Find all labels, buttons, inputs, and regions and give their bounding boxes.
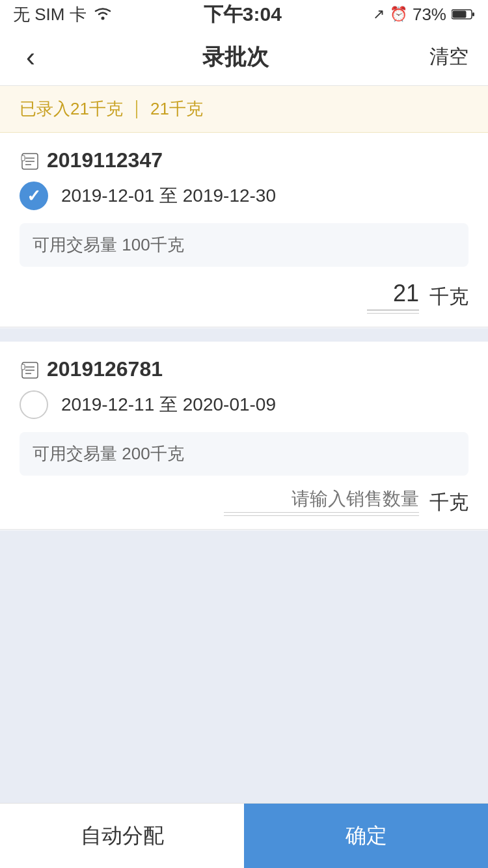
location-icon: ↗ bbox=[373, 6, 385, 23]
batch2-available: 可用交易量 200千克 bbox=[20, 432, 468, 476]
battery-percent: 73% bbox=[413, 5, 446, 25]
auto-distribute-button[interactable]: 自动分配 bbox=[0, 804, 244, 868]
batch2-qty-unit: 千克 bbox=[429, 489, 468, 516]
section-separator bbox=[0, 329, 488, 342]
batch2-card: 2019126781 2019-12-11 至 2020-01-09 可用交易量… bbox=[0, 342, 488, 530]
clear-button[interactable]: 清空 bbox=[429, 44, 468, 70]
empty-area bbox=[0, 531, 488, 817]
batch2-qty-row: 千克 bbox=[0, 476, 488, 530]
batch1-date-row: 2019-12-01 至 2019-12-30 bbox=[20, 182, 468, 210]
nav-bar: ‹ 录批次 清空 bbox=[0, 29, 488, 86]
batch1-id: 2019112347 bbox=[47, 148, 163, 172]
svg-point-0 bbox=[101, 16, 104, 20]
sim-label: 无 SIM 卡 bbox=[13, 3, 87, 26]
batch2-content: 2019126781 2019-12-11 至 2020-01-09 可用交易量… bbox=[0, 342, 488, 476]
back-button[interactable]: ‹ bbox=[20, 35, 42, 79]
batch2-qty-underline bbox=[224, 489, 419, 516]
batch2-id: 2019126781 bbox=[47, 357, 163, 381]
batch1-qty-underline bbox=[367, 280, 419, 314]
batch2-radio[interactable] bbox=[20, 390, 48, 419]
status-left: 无 SIM 卡 bbox=[13, 3, 113, 26]
recorded-label: 已录入21千克 bbox=[20, 98, 123, 120]
recorded-value: 21千克 bbox=[150, 98, 203, 120]
batch1-icon bbox=[20, 149, 40, 172]
alarm-icon: ⏰ bbox=[390, 6, 407, 23]
batch1-radio[interactable] bbox=[20, 182, 48, 210]
svg-rect-2 bbox=[452, 10, 466, 18]
batch2-header: 2019126781 bbox=[20, 357, 468, 381]
batch2-icon bbox=[20, 358, 40, 381]
batch1-date: 2019-12-01 至 2019-12-30 bbox=[61, 183, 276, 208]
batch2-qty-input[interactable] bbox=[224, 489, 419, 509]
svg-rect-13 bbox=[21, 364, 25, 370]
svg-rect-8 bbox=[21, 156, 25, 161]
wifi-icon bbox=[93, 5, 113, 25]
svg-rect-3 bbox=[472, 12, 474, 16]
page-title: 录批次 bbox=[202, 42, 269, 72]
batch1-qty-input[interactable] bbox=[367, 280, 419, 307]
confirm-button[interactable]: 确定 bbox=[244, 804, 488, 868]
info-banner: 已录入21千克 21千克 bbox=[0, 86, 488, 133]
batch1-card: 2019112347 2019-12-01 至 2019-12-30 可用交易量… bbox=[0, 133, 488, 327]
status-bar: 无 SIM 卡 下午3:04 ↗ ⏰ 73% bbox=[0, 0, 488, 29]
batch1-header: 2019112347 bbox=[20, 148, 468, 172]
batch1-qty-row: 千克 bbox=[0, 267, 488, 327]
battery-icon bbox=[452, 5, 475, 25]
status-right: ↗ ⏰ 73% bbox=[373, 5, 475, 25]
batch2-date: 2019-12-11 至 2020-01-09 bbox=[61, 392, 276, 417]
bottom-bar: 自动分配 确定 bbox=[0, 803, 488, 868]
batch1-content: 2019112347 2019-12-01 至 2019-12-30 可用交易量… bbox=[0, 133, 488, 267]
batch1-qty-unit: 千克 bbox=[429, 284, 468, 310]
status-time: 下午3:04 bbox=[204, 1, 282, 28]
batch2-date-row: 2019-12-11 至 2020-01-09 bbox=[20, 390, 468, 419]
info-divider bbox=[136, 100, 137, 118]
batch1-available: 可用交易量 100千克 bbox=[20, 223, 468, 267]
